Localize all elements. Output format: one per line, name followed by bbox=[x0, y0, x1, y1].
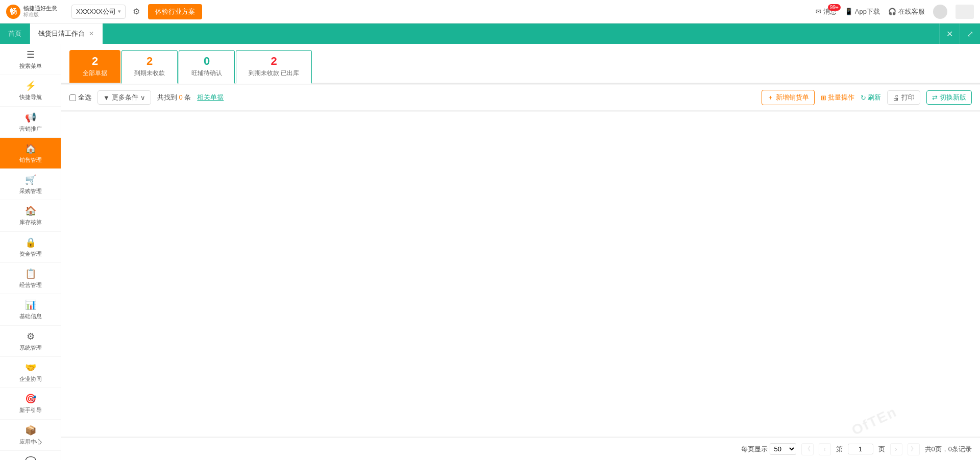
filter-label: 更多条件 bbox=[112, 93, 138, 102]
sidebar: ☰ 搜索菜单 ⚡ 快捷导航 📢 营销推广 🏠 销售管理 🛒 采购管理 🏠 库存核… bbox=[0, 44, 61, 460]
company-name: XXXXXX公司 bbox=[76, 7, 116, 16]
batch-label: 批量操作 bbox=[828, 93, 854, 102]
filter-icon: ▼ bbox=[103, 94, 110, 102]
download-icon: 📱 bbox=[845, 8, 853, 15]
stat-tab-all[interactable]: 2 全部单据 bbox=[69, 50, 120, 83]
tab-home[interactable]: 首页 bbox=[0, 23, 30, 44]
tab-home-label: 首页 bbox=[8, 29, 21, 38]
refresh-icon: ↻ bbox=[861, 94, 866, 102]
user-menu[interactable] bbox=[955, 5, 974, 19]
per-page-select[interactable]: 10 20 50 100 bbox=[770, 443, 796, 455]
tab-controls: ✕ ⤢ bbox=[939, 23, 980, 44]
app-download-label: App下载 bbox=[855, 7, 880, 16]
messages-button[interactable]: ✉ 消息 99+ bbox=[816, 7, 837, 16]
sidebar-item-operations[interactable]: 📋 经营管理 bbox=[0, 263, 61, 294]
stat-tab-wangpu[interactable]: 0 旺辅待确认 bbox=[179, 50, 235, 84]
sidebar-item-sales[interactable]: 🏠 销售管理 bbox=[0, 138, 61, 169]
inventory-icon: 🏠 bbox=[25, 205, 36, 216]
sidebar-item-enterprise[interactable]: 🤝 企业协同 bbox=[0, 357, 61, 388]
new-guide-icon: 🎯 bbox=[25, 393, 36, 404]
batch-operations-button[interactable]: ⊞ 批量操作 bbox=[821, 93, 854, 102]
select-all-input[interactable] bbox=[69, 94, 76, 101]
chevron-down-icon: ▾ bbox=[118, 8, 121, 15]
sidebar-item-new-guide[interactable]: 🎯 新手引导 bbox=[0, 388, 61, 419]
sidebar-item-finance[interactable]: 🔒 资金管理 bbox=[0, 232, 61, 263]
basic-info-icon: 📊 bbox=[25, 299, 36, 310]
experience-button[interactable]: 体验行业方案 bbox=[148, 4, 202, 19]
sidebar-item-inventory[interactable]: 🏠 库存核算 bbox=[0, 200, 61, 231]
stat-wangpu-count: 0 bbox=[204, 55, 210, 68]
table-area bbox=[61, 112, 980, 437]
sidebar-app-center-label: 应用中心 bbox=[19, 438, 42, 445]
sidebar-sales-label: 销售管理 bbox=[19, 156, 42, 163]
online-service-button[interactable]: 🎧 在线客服 bbox=[888, 7, 925, 16]
filter-button[interactable]: ▼ 更多条件 ∨ bbox=[97, 90, 151, 105]
wechat-icon: 💬 bbox=[25, 456, 36, 460]
add-label: 新增销货单 bbox=[776, 93, 809, 102]
sidebar-purchase-label: 采购管理 bbox=[19, 187, 42, 195]
sidebar-item-system[interactable]: ⚙ 系统管理 bbox=[0, 326, 61, 357]
stat-shipped-count: 2 bbox=[271, 55, 277, 68]
toolbar: 全选 ▼ 更多条件 ∨ 共找到 0 条 相关单据 ＋ 新增销货单 bbox=[61, 85, 980, 111]
stat-tab-overdue[interactable]: 2 到期未收款 bbox=[121, 50, 178, 84]
tab-close-window-icon[interactable]: ✕ bbox=[939, 23, 960, 44]
tab-expand-icon[interactable]: ⤢ bbox=[960, 23, 980, 44]
top-header: 畅 畅捷通好生意 标准版 XXXXXX公司 ▾ ⚙ 体验行业方案 ✉ 消息 99… bbox=[0, 0, 980, 23]
sidebar-item-basic-info[interactable]: 📊 基础信息 bbox=[0, 294, 61, 325]
logo-text: 畅捷通好生意 标准版 bbox=[23, 5, 57, 18]
app-center-icon: 📦 bbox=[25, 425, 36, 436]
sidebar-marketing-label: 营销推广 bbox=[19, 125, 42, 132]
first-page-button[interactable]: 《 bbox=[801, 443, 814, 455]
toolbar-left: 全选 ▼ 更多条件 ∨ 共找到 0 条 相关单据 bbox=[69, 90, 755, 105]
related-docs-link[interactable]: 相关单据 bbox=[197, 93, 224, 102]
pagination-bar: 每页显示 10 20 50 100 《 ‹ 第 页 › 》 共0页，0条记录 bbox=[61, 438, 980, 460]
sidebar-item-marketing[interactable]: 📢 营销推广 bbox=[0, 107, 61, 138]
search-menu-icon: ☰ bbox=[27, 49, 35, 60]
finance-icon: 🔒 bbox=[25, 237, 36, 248]
sidebar-item-app-center[interactable]: 📦 应用中心 bbox=[0, 420, 61, 451]
company-selector[interactable]: XXXXXX公司 ▾ bbox=[71, 5, 126, 19]
online-service-label: 在线客服 bbox=[898, 7, 925, 16]
stat-shipped-label: 到期未收款 已出库 bbox=[249, 69, 299, 78]
page-number-input[interactable] bbox=[848, 444, 873, 454]
sidebar-item-wechat[interactable]: 💬 企业微信 bbox=[0, 451, 61, 460]
stats-tabs: 2 全部单据 2 到期未收款 0 旺辅待确认 2 到期未收款 已出库 bbox=[61, 44, 980, 84]
refresh-button[interactable]: ↻ 刷新 bbox=[861, 93, 881, 102]
purchase-icon: 🛒 bbox=[25, 174, 36, 185]
found-unit: 条 bbox=[184, 93, 191, 101]
quick-nav-icon: ⚡ bbox=[25, 80, 36, 91]
app-download-button[interactable]: 📱 App下载 bbox=[845, 7, 880, 16]
avatar[interactable] bbox=[933, 5, 947, 19]
settings-icon[interactable]: ⚙ bbox=[129, 4, 144, 19]
print-button[interactable]: 🖨 打印 bbox=[887, 90, 920, 105]
sidebar-item-purchase[interactable]: 🛒 采购管理 bbox=[0, 169, 61, 200]
sidebar-item-search[interactable]: ☰ 搜索菜单 bbox=[0, 44, 61, 75]
sidebar-new-guide-label: 新手引导 bbox=[19, 406, 42, 414]
message-icon: ✉ bbox=[816, 8, 821, 15]
switch-label: 切换新版 bbox=[940, 93, 966, 102]
tab-close-icon[interactable]: ✕ bbox=[89, 30, 94, 37]
add-sales-order-button[interactable]: ＋ 新增销货单 bbox=[762, 90, 815, 105]
switch-icon: ⇄ bbox=[932, 94, 938, 102]
system-icon: ⚙ bbox=[27, 331, 35, 342]
batch-icon: ⊞ bbox=[821, 94, 826, 102]
last-page-button[interactable]: 》 bbox=[908, 443, 920, 455]
service-icon: 🎧 bbox=[888, 8, 896, 15]
stat-tab-shipped[interactable]: 2 到期未收款 已出库 bbox=[236, 50, 312, 84]
total-label: 共0页，0条记录 bbox=[925, 445, 972, 454]
header-right: ✉ 消息 99+ 📱 App下载 🎧 在线客服 bbox=[816, 5, 974, 19]
found-prefix: 共找到 bbox=[157, 93, 177, 101]
add-icon: ＋ bbox=[767, 93, 774, 102]
next-page-button[interactable]: › bbox=[890, 443, 902, 455]
sidebar-finance-label: 资金管理 bbox=[19, 250, 42, 257]
tab-workbench[interactable]: 钱货日清工作台 ✕ bbox=[30, 23, 103, 44]
sidebar-search-label: 搜索菜单 bbox=[19, 62, 42, 69]
select-all-checkbox[interactable]: 全选 bbox=[69, 93, 91, 102]
sidebar-item-quick-nav[interactable]: ⚡ 快捷导航 bbox=[0, 75, 61, 106]
print-icon: 🖨 bbox=[893, 94, 899, 102]
switch-version-button[interactable]: ⇄ 切换新版 bbox=[926, 90, 972, 105]
stat-all-count: 2 bbox=[92, 55, 98, 68]
prev-page-button[interactable]: ‹ bbox=[819, 443, 831, 455]
sales-icon: 🏠 bbox=[25, 143, 36, 154]
main-layout: ☰ 搜索菜单 ⚡ 快捷导航 📢 营销推广 🏠 销售管理 🛒 采购管理 🏠 库存核… bbox=[0, 44, 980, 460]
